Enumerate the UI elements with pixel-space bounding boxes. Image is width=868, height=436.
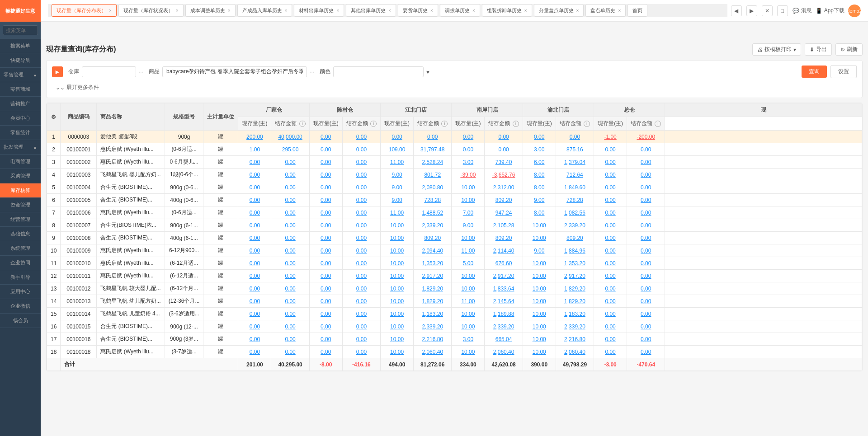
search-btn[interactable]: 查询 (802, 66, 827, 78)
t-amt-info[interactable]: i (655, 121, 661, 127)
message-icon: 💬 (793, 8, 799, 14)
sidebar-item-零售商城[interactable]: 零售商城 (0, 82, 41, 97)
chevron-down-icon: ▲ (33, 145, 37, 150)
export-btn[interactable]: ⬇ 导出 (805, 43, 832, 56)
settings-icon[interactable]: ⚙ (51, 114, 56, 120)
search-input[interactable] (3, 25, 38, 35)
sidebar-item-应用中心[interactable]: 应用中心 (0, 285, 41, 299)
sidebar-item-批发管理[interactable]: 批发管理▲ (0, 140, 41, 155)
c2-amt-info[interactable]: i (370, 121, 377, 127)
table-footer-row: 合计 201.00 40,295.00 -8.00 -416.16 494.00… (47, 358, 862, 371)
sidebar-item-企业协同[interactable]: 企业协同 (0, 256, 41, 270)
table-row: 7 00100006 惠氏启赋 (Wyeth illu... (0-6月适...… (47, 206, 862, 219)
c1-amt-info[interactable]: i (299, 121, 306, 127)
tab-0[interactable]: 首页 (627, 4, 647, 17)
tab-close-1[interactable]: × (618, 8, 621, 13)
tab-close-3[interactable]: × (524, 8, 527, 13)
tab-close-10[interactable]: × (176, 8, 179, 13)
tab-close-btn[interactable]: ✕ (762, 5, 773, 16)
goods-label: 商品 (149, 68, 160, 75)
sidebar-item-库存核算[interactable]: 库存核算 (0, 183, 41, 198)
tab-close-6[interactable]: × (388, 8, 391, 13)
tab-9[interactable]: 成本调整单历史× (185, 4, 236, 17)
tab-next-btn[interactable]: ▶ (746, 5, 757, 16)
sidebar-item-搜索英单[interactable]: 搜索英单 (0, 39, 41, 53)
col-header-extra: 现 (665, 103, 862, 117)
table-row: 4 00100003 飞鹤星飞帆 婴儿配方奶... 1段(0-6个... 罐 0… (47, 169, 862, 181)
col-c2-amt: 结存金额 i (342, 117, 380, 131)
goods-filter: 商品 ··· (149, 66, 314, 77)
tab-5[interactable]: 要货单历史× (398, 4, 438, 17)
tab-close-9[interactable]: × (228, 8, 231, 13)
sidebar-item-企业微信[interactable]: 企业微信 (0, 299, 41, 314)
tab-7[interactable]: 材料出库单历史× (294, 4, 344, 17)
c5-amt-info[interactable]: i (584, 121, 590, 127)
col-header-c3: 江北门店 (381, 103, 452, 117)
sidebar-item-营销推广[interactable]: 营销推广 (0, 97, 41, 111)
col-header-total: 总仓 (594, 103, 665, 117)
setting-btn[interactable]: 设置 (830, 65, 857, 78)
sidebar-item-经营管理[interactable]: 经营管理 (0, 212, 41, 227)
warehouse-dots[interactable]: ··· (139, 69, 143, 75)
tab-1[interactable]: 盘点单历史× (585, 4, 626, 17)
sidebar-item-采购管理[interactable]: 采购管理 (0, 169, 41, 183)
filter-row: ► 仓库 ··· 商品 ··· 颜色 ▾ 查询 设置 (52, 65, 857, 78)
tab-close-2[interactable]: × (576, 8, 579, 13)
c4-amt-info[interactable]: i (513, 121, 519, 127)
tab-close-8[interactable]: × (285, 8, 288, 13)
print-dropdown-icon: ▾ (793, 47, 796, 53)
sidebar-item-零售统计[interactable]: 零售统计 (0, 126, 41, 140)
sidebar-search-area (0, 22, 41, 39)
print-icon: 🖨 (757, 47, 763, 53)
filter-area: ► 仓库 ··· 商品 ··· 颜色 ▾ 查询 设置 ⌄ (46, 60, 863, 98)
tab-prev-btn[interactable]: ◀ (731, 5, 742, 16)
tab-2[interactable]: 分量盘点单历史× (534, 4, 584, 17)
sidebar: 畅捷通好生意 搜索英单快捷导航零售管理▲零售商城营销推广会员中心零售统计批发管理… (0, 0, 41, 436)
goods-dots[interactable]: ··· (310, 69, 314, 75)
table-container: ⚙ 商品编码 商品名称 规格型号 主计量单位 厂家仓 陈村仓 江北门店 南岸门店… (46, 103, 863, 371)
app-download-btn[interactable]: 📱 App下载 (816, 7, 844, 14)
sidebar-item-会员中心[interactable]: 会员中心 (0, 111, 41, 126)
sidebar-item-资金管理[interactable]: 资金管理 (0, 198, 41, 212)
header-actions: 🖨 按模板打印 ▾ ⬇ 导出 ↻ 刷新 (752, 43, 863, 56)
color-input[interactable] (333, 66, 424, 77)
warehouse-input[interactable] (82, 66, 136, 77)
tab-close-7[interactable]: × (336, 8, 339, 13)
tab-8[interactable]: 产成品入库单历史× (237, 4, 292, 17)
table-row: 13 00100012 飞鹤星飞帆 较大婴儿配... (6-12个月... 罐 … (47, 282, 862, 295)
tab-6[interactable]: 其他出库单历史× (346, 4, 396, 17)
refresh-btn[interactable]: ↻ 刷新 (835, 43, 863, 56)
sidebar-item-系统管理[interactable]: 系统管理 (0, 241, 41, 256)
sidebar-item-新手引导[interactable]: 新手引导 (0, 270, 41, 285)
download-icon: 📱 (816, 8, 822, 14)
print-btn[interactable]: 🖨 按模板打印 ▾ (752, 43, 801, 56)
tab-close-4[interactable]: × (472, 8, 475, 13)
avatar[interactable]: demo2 (848, 5, 861, 17)
tab-expand-btn[interactable]: □ (777, 5, 788, 16)
more-conditions-btn[interactable]: ⌄⌄ 展开更多条件 (52, 82, 103, 93)
message-btn[interactable]: 💬 消息 (793, 7, 812, 14)
sidebar-item-电商管理[interactable]: 电商管理 (0, 155, 41, 169)
goods-input[interactable] (162, 66, 307, 77)
tab-10[interactable]: 现存量（库存状况表）× (118, 4, 184, 17)
expand-btn[interactable]: ► (52, 66, 63, 77)
table-row: 3 00100002 惠氏启赋 (Wyeth illu... 0-6月婴儿...… (47, 156, 862, 169)
tab-4[interactable]: 调拨单历史× (440, 4, 480, 17)
color-label: 颜色 (320, 68, 330, 75)
sidebar-item-零售管理[interactable]: 零售管理▲ (0, 68, 41, 82)
sidebar-item-快捷导航[interactable]: 快捷导航 (0, 53, 41, 68)
sidebar-item-基础信息[interactable]: 基础信息 (0, 227, 41, 241)
col-header-c1: 厂家仓 (238, 103, 309, 117)
col-c1-amt: 结存金额 i (271, 117, 309, 131)
col-c5-amt: 结存金额 i (556, 117, 594, 131)
col-header-c5: 渝北门店 (523, 103, 594, 117)
color-dropdown-icon[interactable]: ▾ (426, 68, 429, 75)
sidebar-item-畅会员[interactable]: 畅会员 (0, 314, 41, 328)
tab-close-11[interactable]: × (109, 8, 112, 13)
warehouse-filter: 仓库 ··· (68, 66, 143, 77)
tab-close-5[interactable]: × (430, 8, 433, 13)
tab-11[interactable]: 现存量（库存分布表）× (52, 4, 117, 17)
tab-3[interactable]: 组装拆卸单历史× (482, 4, 532, 17)
c3-amt-info[interactable]: i (441, 121, 448, 127)
page-title: 现存量查询(库存分布) (46, 45, 116, 54)
